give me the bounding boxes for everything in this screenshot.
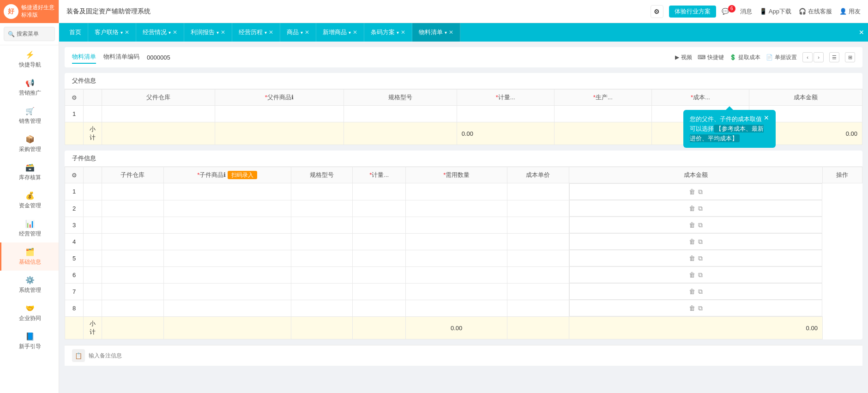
- delete-icon-8[interactable]: 🗑: [689, 304, 695, 312]
- delete-icon-7[interactable]: 🗑: [689, 288, 695, 295]
- nav-tab-customer-label: 客户联络: [95, 28, 119, 36]
- nav-tab-profit-label: 利润报告: [191, 28, 215, 36]
- sub-tab-bom-list[interactable]: 物料清单: [72, 51, 96, 64]
- close-icon[interactable]: ✕: [125, 29, 129, 36]
- parent-row-1-col5[interactable]: [457, 106, 554, 122]
- tooltip-close-button[interactable]: ✕: [764, 115, 769, 121]
- copy-icon-5[interactable]: ⧉: [698, 254, 703, 262]
- topbar-actions: 💬 6 消息 📱 App下载 🎧 在线客服 👤 用友: [722, 7, 861, 16]
- search-menu-label: 搜索菜单: [17, 30, 39, 38]
- expand-button[interactable]: ⊞: [845, 52, 855, 62]
- child-col-unit-cost: 成本单价: [507, 167, 569, 183]
- close-icon-8[interactable]: ✕: [449, 29, 453, 36]
- close-all-tabs[interactable]: ✕: [859, 29, 864, 36]
- gear-button[interactable]: ⚙: [651, 5, 663, 18]
- delete-icon-1[interactable]: 🗑: [689, 188, 695, 195]
- sidebar-item-basic-info[interactable]: 🗂️ 基础信息: [0, 242, 59, 271]
- sidebar-item-quick-nav[interactable]: ⚡ 快捷导航: [0, 45, 59, 73]
- sidebar: 好 畅捷通好生意 标准版 🔍 搜索菜单 ⚡ 快捷导航 📢 营销推广 🛒 销售管理…: [0, 0, 59, 393]
- sidebar-item-guide[interactable]: 📘 新手引导: [0, 327, 59, 355]
- delete-icon-2[interactable]: 🗑: [689, 205, 695, 212]
- prev-arrow[interactable]: ‹: [802, 52, 813, 62]
- child-subtotal-c6: [507, 317, 569, 339]
- parent-col-measure: *计量...: [457, 90, 554, 106]
- single-settings-button[interactable]: 📄 单据设置: [766, 54, 797, 61]
- parent-row-1-col6[interactable]: [554, 106, 651, 122]
- parent-row-1-col2[interactable]: [102, 106, 215, 122]
- search-menu-button[interactable]: 🔍 搜索菜单: [4, 27, 55, 41]
- delete-icon-4[interactable]: 🗑: [689, 238, 695, 245]
- nav-tab-new-goods[interactable]: 新增商品 ▾ ✕: [316, 23, 364, 42]
- nav-tab-operations[interactable]: 经营情况 ▾ ✕: [136, 23, 184, 42]
- parent-col-goods: *父件商品ℹ: [215, 90, 344, 106]
- child-subtotal-c1: [102, 317, 164, 339]
- close-icon-2[interactable]: ✕: [173, 29, 177, 36]
- app-download-label: App下载: [769, 7, 791, 16]
- child-col-settings[interactable]: ⚙: [65, 167, 84, 183]
- parent-row-1-col1[interactable]: [84, 106, 102, 122]
- next-arrow[interactable]: ›: [814, 52, 824, 62]
- page-content: 物料清单 物料清单编码 0000005 ▶ 视频 ⌨ 快捷键 💲 提取成本 📄: [59, 42, 868, 393]
- logo-icon: 好: [4, 4, 18, 19]
- copy-icon-7[interactable]: ⧉: [698, 288, 703, 296]
- sidebar-item-marketing-label: 营销推广: [19, 89, 41, 97]
- get-cost-label: 提取成本: [738, 54, 760, 61]
- video-button[interactable]: ▶ 视频: [675, 54, 692, 61]
- user-menu[interactable]: 👤 用友: [839, 7, 861, 16]
- copy-icon-1[interactable]: ⧉: [698, 188, 703, 196]
- nav-tab-bom[interactable]: 物料清单 ▾ ✕: [412, 23, 460, 42]
- child-col-num: [84, 167, 102, 183]
- copy-icon-6[interactable]: ⧉: [698, 271, 703, 279]
- copy-icon-8[interactable]: ⧉: [698, 304, 703, 312]
- nav-tab-profit[interactable]: 利润报告 ▾ ✕: [184, 23, 232, 42]
- message-button[interactable]: 💬 6 消息: [722, 7, 752, 16]
- nav-tab-barcode[interactable]: 条码方案 ▾ ✕: [364, 23, 412, 42]
- app-download-button[interactable]: 📱 App下载: [760, 7, 791, 16]
- sidebar-item-purchase[interactable]: 📦 采购管理: [0, 130, 59, 158]
- sub-tab-bom-code[interactable]: 物料清单编码: [103, 51, 139, 64]
- close-icon-7[interactable]: ✕: [401, 29, 405, 36]
- trial-button[interactable]: 体验行业方案: [669, 6, 716, 18]
- keyboard-icon: ⌨: [698, 54, 705, 60]
- online-service-button[interactable]: 🎧 在线客服: [799, 7, 832, 16]
- parent-col-warehouse: 父件仓库: [102, 90, 215, 106]
- remark-input[interactable]: [89, 352, 855, 359]
- logo-app-name: 畅捷通好生意: [21, 4, 54, 12]
- nav-tab-home[interactable]: 首页: [63, 23, 88, 42]
- copy-icon-2[interactable]: ⧉: [698, 205, 703, 212]
- copy-icon-4[interactable]: ⧉: [698, 238, 703, 246]
- delete-icon-6[interactable]: 🗑: [689, 271, 695, 278]
- nav-tab-goods[interactable]: 商品 ▾ ✕: [280, 23, 316, 42]
- child-subtotal-c2: [163, 317, 291, 339]
- parent-row-1-col4[interactable]: [344, 106, 457, 122]
- parent-row-1-col3[interactable]: [215, 106, 344, 122]
- copy-icon-3[interactable]: ⧉: [698, 221, 703, 229]
- download-icon: 📱: [760, 8, 767, 15]
- shortcut-button[interactable]: ⌨ 快捷键: [698, 54, 724, 61]
- sidebar-item-finance[interactable]: 💰 资金管理: [0, 186, 59, 214]
- close-icon-6[interactable]: ✕: [353, 29, 357, 36]
- sidebar-item-operations[interactable]: 📊 经营管理: [0, 214, 59, 242]
- close-icon-4[interactable]: ✕: [269, 29, 273, 36]
- nav-tab-customer[interactable]: 客户联络 ▾ ✕: [88, 23, 136, 42]
- sidebar-item-system[interactable]: ⚙️ 系统管理: [0, 271, 59, 299]
- delete-icon-3[interactable]: 🗑: [689, 221, 695, 229]
- close-icon-5[interactable]: ✕: [305, 29, 309, 36]
- sidebar-item-sales[interactable]: 🛒 销售管理: [0, 102, 59, 130]
- sidebar-search-container: 🔍 搜索菜单: [0, 23, 59, 45]
- get-cost-button[interactable]: 💲 提取成本: [729, 54, 760, 61]
- child-subtotal-c4: [353, 317, 406, 339]
- close-icon-3[interactable]: ✕: [221, 29, 225, 36]
- nav-tabs: 首页 客户联络 ▾ ✕ 经营情况 ▾ ✕ 利润报告 ▾ ✕ 经营历程 ▾ ✕ 商…: [59, 23, 868, 42]
- nav-tab-history[interactable]: 经营历程 ▾ ✕: [232, 23, 280, 42]
- sidebar-item-inventory[interactable]: 🗃️ 库存核算: [0, 158, 59, 186]
- sidebar-item-marketing[interactable]: 📢 营销推广: [0, 73, 59, 102]
- parent-col-settings[interactable]: ⚙: [65, 90, 84, 106]
- nav-tab-goods-label: 商品: [287, 28, 299, 36]
- parent-col-cost-amount: 成本金额: [749, 90, 862, 106]
- sidebar-item-enterprise[interactable]: 🤝 企业协同: [0, 299, 59, 327]
- list-view-button[interactable]: ☰: [829, 52, 839, 62]
- parent-subtotal-c5: [554, 122, 651, 145]
- delete-icon-5[interactable]: 🗑: [689, 254, 695, 262]
- scan-input-button[interactable]: 扫码录入: [228, 171, 257, 179]
